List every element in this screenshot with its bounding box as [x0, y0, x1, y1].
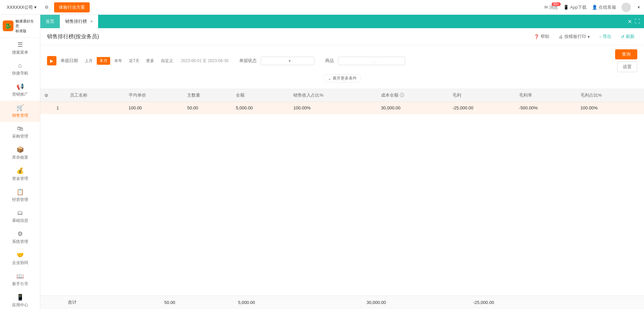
row-settings[interactable]: [40, 102, 52, 114]
sidebar-item-label: 库存核算: [12, 155, 28, 160]
sales-icon: 🛒: [16, 104, 24, 111]
sidebar-item-operations[interactable]: 📋 经营管理: [0, 185, 40, 206]
topbar-settings-button[interactable]: ⚙: [42, 3, 51, 12]
logo-text: 畅康通好生意 标准版: [15, 19, 37, 33]
help-icon: ❓: [534, 34, 539, 39]
row-sales-pct: 100.00%: [289, 102, 377, 114]
tab-sales-ranking[interactable]: 销售排行榜 ×: [60, 15, 98, 28]
marketing-icon: 📢: [16, 83, 24, 90]
print-button[interactable]: 🖨 按模板打印 ▾: [556, 32, 593, 41]
sidebar-item-system[interactable]: ⚙ 系统管理: [0, 227, 40, 248]
row-qty: 50.00: [183, 102, 232, 114]
sidebar-item-label: 销售管理: [12, 113, 28, 118]
user-name-button[interactable]: ▾: [636, 5, 640, 10]
guide-icon: 📖: [16, 272, 24, 280]
filter-toggle-button[interactable]: ▶: [47, 56, 56, 65]
date-label: 单据日期: [60, 58, 78, 64]
sidebar-item-enterprise-coop[interactable]: 🤝 企业协同: [0, 248, 40, 269]
goods-input[interactable]: …: [338, 57, 405, 65]
sidebar-item-label: 搜索菜单: [12, 50, 28, 55]
date-tab-last-7-days[interactable]: 近7天: [126, 57, 142, 65]
tab-fullscreen-button[interactable]: ⛶: [635, 18, 640, 24]
enterprise-coop-icon: 🤝: [16, 251, 24, 259]
footer-cost: 30,000.00: [362, 296, 469, 309]
sidebar-item-finance[interactable]: 💰 资金管理: [0, 164, 40, 185]
top-right-actions: ✉ 消息 99+ 📱 App下载 👤 在线客服 ▾: [544, 3, 640, 12]
date-range-display: 2023-06-01 至 2023-06-30: [181, 58, 228, 64]
filter-area: ▶ 单据日期 上月 本月 本年 近7天 更多 自定义 2023-06-01 至 …: [40, 45, 644, 89]
tab-right-buttons: ✕ ⛶: [628, 18, 644, 25]
export-icon: ↑: [599, 34, 602, 39]
export-button[interactable]: ↑ 导出: [597, 32, 614, 41]
sidebar-item-marketing[interactable]: 📢 营销推广: [0, 80, 40, 101]
tab-close-button[interactable]: ×: [90, 19, 93, 24]
expand-more-button[interactable]: ⌄ 展开更多条件: [324, 74, 361, 83]
table-footer: 合计 50.00 5,000.00 30,000.00 -25,000.00: [40, 296, 644, 309]
date-tab-custom[interactable]: 自定义: [158, 57, 176, 65]
expand-row: ⌄ 展开更多条件: [47, 72, 637, 85]
date-tab-more[interactable]: 更多: [143, 57, 157, 65]
try-industry-button[interactable]: 体验行业方案: [54, 2, 90, 12]
col-header-settings[interactable]: ⚙: [40, 89, 52, 102]
date-tab-this-year[interactable]: 本年: [112, 57, 125, 65]
col-header-sales-pct: 销售收入占比%: [289, 89, 377, 102]
home-tab-label: 首页: [46, 18, 54, 24]
sidebar-item-label: 系统管理: [12, 239, 28, 245]
status-select[interactable]: ▾: [261, 57, 314, 65]
page-title: 销售排行榜(按业务员): [47, 33, 99, 40]
goods-label: 商品: [325, 58, 334, 64]
sidebar-item-guide[interactable]: 📖 新手引导: [0, 269, 40, 290]
system-icon: ⚙: [17, 230, 23, 238]
sidebar-item-label: 快捷导航: [12, 70, 28, 76]
sidebar-item-purchase[interactable]: 🛍 采购管理: [0, 122, 40, 143]
date-tab-last-month[interactable]: 上月: [82, 57, 95, 65]
online-service-button[interactable]: 👤 在线客服: [592, 4, 616, 10]
company-name: XXXXXX公司: [7, 4, 33, 10]
sidebar-item-quick-nav[interactable]: ⌂ 快捷导航: [0, 59, 40, 80]
sidebar-item-inventory[interactable]: 📦 库存核算: [0, 143, 40, 164]
tab-close-all-button[interactable]: ✕: [628, 18, 632, 25]
sidebar-item-search-order[interactable]: ☰ 搜索菜单: [0, 38, 40, 59]
settings-button[interactable]: 设置: [617, 61, 637, 72]
search-order-icon: ☰: [17, 41, 23, 48]
date-tabs: 上月 本月 本年 近7天 更多 自定义: [82, 57, 176, 65]
date-tab-this-month[interactable]: 本月: [97, 57, 110, 65]
sidebar-item-sales[interactable]: 🛒 销售管理: [0, 101, 40, 122]
footer-label: 合计: [64, 296, 129, 309]
company-dropdown-icon: ▾: [34, 5, 37, 10]
col-header-cost: 成本全额 ⓘ: [377, 89, 448, 102]
company-selector[interactable]: XXXXXX公司 ▾: [4, 3, 39, 12]
sales-ranking-tab-label: 销售排行榜: [65, 18, 87, 24]
quick-nav-icon: ⌂: [18, 62, 22, 69]
col-header-qty: 主数量: [183, 89, 232, 102]
col-header-name: 员工名称: [66, 89, 125, 102]
sidebar-item-label: 经营管理: [12, 197, 28, 203]
app-icon: 📱: [563, 5, 569, 10]
refresh-button[interactable]: ↺ 刷新: [618, 32, 637, 41]
user-avatar[interactable]: [621, 3, 631, 12]
footer-table: 合计 50.00 5,000.00 30,000.00 -25,000.00: [40, 296, 644, 309]
more-icon: …: [373, 58, 401, 63]
app-download-button[interactable]: 📱 App下载: [563, 4, 587, 10]
sidebar-item-app-center[interactable]: 📱 应用中心: [0, 290, 40, 309]
query-button[interactable]: 查询: [615, 49, 637, 59]
col-header-gross-pct: 毛利占比%: [576, 89, 644, 102]
footer-sales-pct: [331, 296, 362, 309]
footer-gross-pct: [613, 296, 644, 309]
col-header-gross-rate: 毛利率: [515, 89, 576, 102]
tab-bar: 首页 销售排行榜 × ✕ ⛶: [40, 15, 644, 28]
footer-avg-price: [129, 296, 160, 309]
sidebar-item-base-info[interactable]: 🗂 基础信息: [0, 206, 40, 227]
sidebar-item-label: 营销推广: [12, 92, 28, 97]
purchase-icon: 🛍: [17, 125, 23, 132]
cost-info-icon[interactable]: ⓘ: [400, 93, 404, 98]
sidebar-item-label: 新手引导: [12, 281, 28, 287]
status-dropdown-icon: ▾: [289, 58, 311, 63]
message-button[interactable]: ✉ 消息 99+: [544, 4, 558, 10]
row-name: [66, 102, 125, 114]
tab-home[interactable]: 首页: [40, 15, 60, 28]
base-info-icon: 🗂: [17, 209, 23, 216]
refresh-icon: ↺: [621, 34, 625, 39]
footer-gross: -25,000.00: [469, 296, 581, 309]
help-button[interactable]: ❓ 帮助: [531, 32, 552, 41]
